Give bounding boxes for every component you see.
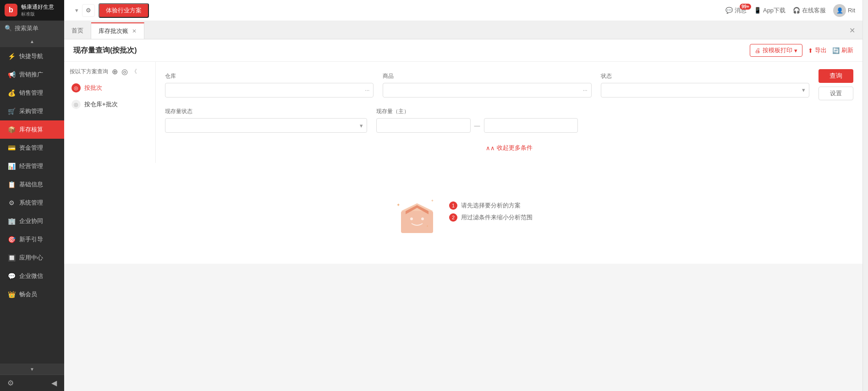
trial-button[interactable]: 体验行业方案 bbox=[99, 3, 149, 18]
warehouse-input[interactable]: ··· bbox=[165, 83, 374, 98]
messages-button[interactable]: 💬 消息 99+ bbox=[725, 6, 747, 15]
refresh-label: 刷新 bbox=[841, 46, 853, 54]
status-dropdown-icon[interactable]: ▾ bbox=[802, 87, 805, 93]
empty-state: ✦ ✦ ✦ 1 请先选择要分析的方案 2 用过滤条件来缩小分析范围 bbox=[64, 163, 863, 264]
sidebar-item-finance[interactable]: 💳 资金管理 bbox=[0, 139, 64, 157]
filter-actions: 查询 设置 bbox=[819, 69, 853, 100]
sidebar-scroll-up[interactable]: ▲ bbox=[0, 36, 64, 47]
filter-schema-header: 按以下方案查询 ⊕ ◎ 《 bbox=[64, 67, 155, 80]
page-header: 现存量查询(按批次) 🖨 按模板打印 ▾ ⬆ 导出 🔄 刷新 bbox=[64, 39, 863, 62]
refresh-icon: 🔄 bbox=[832, 47, 840, 54]
tab-inventory-batch-label: 库存批次账 bbox=[99, 27, 128, 35]
sidebar-item-system[interactable]: ⚙ 系统管理 bbox=[0, 194, 64, 212]
user-menu[interactable]: 👤 Rit bbox=[833, 4, 855, 17]
sidebar-item-basic-info[interactable]: 📋 基础信息 bbox=[0, 175, 64, 194]
product-field: 商品 ··· bbox=[383, 72, 591, 98]
schema-settings-icon[interactable]: ◎ bbox=[121, 67, 128, 76]
sidebar-scroll-down[interactable]: ▼ bbox=[0, 364, 64, 375]
main-area: ▾ ⚙ 体验行业方案 💬 消息 99+ 📱 App下载 🎧 在线客服 👤 bbox=[64, 0, 863, 391]
warehouse-field: 仓库 ··· bbox=[165, 72, 374, 98]
marketing-icon: 📢 bbox=[7, 71, 16, 79]
topbar-right: 💬 消息 99+ 📱 App下载 🎧 在线客服 👤 Rit bbox=[725, 4, 855, 17]
sidebar-item-purchase[interactable]: 🛒 采购管理 bbox=[0, 102, 64, 120]
wechat-icon: 💬 bbox=[7, 272, 16, 280]
sidebar-item-inventory[interactable]: 📦 库存核算 bbox=[0, 120, 64, 139]
marketing-label: 营销推广 bbox=[19, 71, 43, 79]
stock-qty-field: 现存量（主） — bbox=[376, 108, 578, 133]
system-label: 系统管理 bbox=[19, 199, 43, 207]
svg-point-4 bbox=[421, 217, 424, 220]
topbar-dropdown[interactable]: ▾ bbox=[75, 7, 78, 14]
stock-qty-from[interactable] bbox=[376, 118, 471, 133]
topbar-left: ▾ ⚙ 体验行业方案 bbox=[71, 3, 720, 18]
enterprise-icon: 🏢 bbox=[7, 217, 16, 225]
empty-svg: ✦ ✦ ✦ bbox=[394, 190, 440, 236]
empty-step-1: 1 请先选择要分析的方案 bbox=[449, 201, 533, 210]
purchase-icon: 🛒 bbox=[7, 107, 16, 115]
status-select[interactable]: ▾ bbox=[601, 83, 809, 98]
stock-qty-label: 现存量（主） bbox=[376, 108, 578, 115]
schema-by-batch[interactable]: ◎ 按批次 bbox=[64, 80, 155, 96]
basic-info-label: 基础信息 bbox=[19, 180, 43, 189]
empty-step-2: 2 用过滤条件来缩小分析范围 bbox=[449, 213, 533, 222]
tab-close-icon[interactable]: ✕ bbox=[132, 28, 137, 34]
sidebar-item-app-center[interactable]: 🔲 应用中心 bbox=[0, 249, 64, 267]
tab-panel-close-icon[interactable]: ✕ bbox=[849, 26, 855, 34]
online-service-label: 在线客服 bbox=[802, 6, 826, 15]
online-service-button[interactable]: 🎧 在线客服 bbox=[793, 6, 826, 15]
print-dropdown-icon[interactable]: ▾ bbox=[794, 47, 797, 54]
topbar-gear-button[interactable]: ⚙ bbox=[82, 4, 95, 17]
sidebar-item-quick-nav[interactable]: ⚡ 快捷导航 bbox=[0, 47, 64, 65]
collapse-schema-icon[interactable]: 《 bbox=[132, 68, 137, 76]
refresh-button[interactable]: 🔄 刷新 bbox=[832, 46, 853, 54]
sidebar-item-marketing[interactable]: 📢 营销推广 bbox=[0, 65, 64, 84]
enterprise-label: 企业协同 bbox=[19, 217, 43, 225]
member-label: 畅会员 bbox=[19, 290, 37, 299]
app-download-button[interactable]: 📱 App下载 bbox=[754, 6, 786, 15]
app-version: 标准版 bbox=[21, 11, 54, 17]
quick-nav-icon: ⚡ bbox=[7, 52, 16, 60]
svg-text:✦: ✦ bbox=[426, 225, 429, 228]
sidebar-item-newbie[interactable]: 🎯 新手引导 bbox=[0, 230, 64, 249]
settings-button[interactable]: 设置 bbox=[819, 87, 853, 100]
right-panel bbox=[863, 0, 868, 391]
sidebar-item-wechat[interactable]: 💬 企业微信 bbox=[0, 267, 64, 285]
stock-status-dropdown-icon[interactable]: ▾ bbox=[360, 122, 363, 129]
tab-home-label: 首页 bbox=[71, 27, 83, 35]
sidebar-nav: ⚡ 快捷导航 📢 营销推广 💰 销售管理 🛒 采购管理 📦 库存核算 💳 资金管… bbox=[0, 47, 64, 364]
settings-bottom-icon[interactable]: ⚙ bbox=[7, 379, 14, 387]
stock-status-select[interactable]: ▾ bbox=[165, 118, 367, 133]
query-button[interactable]: 查询 bbox=[819, 69, 853, 83]
sidebar-item-operations[interactable]: 📊 经营管理 bbox=[0, 157, 64, 175]
product-label: 商品 bbox=[383, 72, 591, 80]
filter-sidebar: 按以下方案查询 ⊕ ◎ 《 ◎ 按批次 ◎ 按仓库+批次 bbox=[64, 62, 156, 163]
sidebar-item-member[interactable]: 👑 畅会员 bbox=[0, 285, 64, 304]
page-title: 现存量查询(按批次) bbox=[73, 46, 137, 55]
schema-by-warehouse-batch[interactable]: ◎ 按仓库+批次 bbox=[64, 96, 155, 113]
collapse-sidebar-icon[interactable]: ◀ bbox=[51, 379, 57, 387]
stock-qty-to[interactable] bbox=[484, 118, 578, 133]
step-1-num: 1 bbox=[449, 201, 457, 210]
tab-home[interactable]: 首页 bbox=[64, 22, 91, 39]
sales-icon: 💰 bbox=[7, 89, 16, 97]
print-button[interactable]: 🖨 按模板打印 ▾ bbox=[750, 44, 802, 57]
empty-text-block: 1 请先选择要分析的方案 2 用过滤条件来缩小分析范围 bbox=[449, 201, 533, 225]
add-schema-icon[interactable]: ⊕ bbox=[112, 67, 118, 76]
search-menu[interactable]: 🔍 搜索菜单 bbox=[0, 21, 64, 36]
avatar: 👤 bbox=[833, 4, 846, 17]
app-logo: b bbox=[5, 4, 17, 16]
finance-icon: 💳 bbox=[7, 144, 16, 152]
tab-inventory-batch[interactable]: 库存批次账 ✕ bbox=[91, 22, 144, 39]
product-more-icon[interactable]: ··· bbox=[583, 87, 588, 93]
export-button[interactable]: ⬆ 导出 bbox=[808, 46, 827, 54]
sidebar-item-sales[interactable]: 💰 销售管理 bbox=[0, 84, 64, 102]
tabbar: 首页 库存批次账 ✕ ✕ bbox=[64, 21, 863, 39]
content-area: 现存量查询(按批次) 🖨 按模板打印 ▾ ⬆ 导出 🔄 刷新 bbox=[64, 39, 863, 391]
newbie-label: 新手引导 bbox=[19, 235, 43, 244]
product-input[interactable]: ··· bbox=[383, 83, 591, 98]
search-icon: 🔍 bbox=[5, 25, 12, 32]
warehouse-more-icon[interactable]: ··· bbox=[365, 87, 369, 93]
sidebar-item-enterprise[interactable]: 🏢 企业协同 bbox=[0, 212, 64, 230]
collapse-more-btn[interactable]: ∧∧ 收起更多条件 bbox=[165, 140, 853, 156]
app-center-label: 应用中心 bbox=[19, 254, 43, 262]
